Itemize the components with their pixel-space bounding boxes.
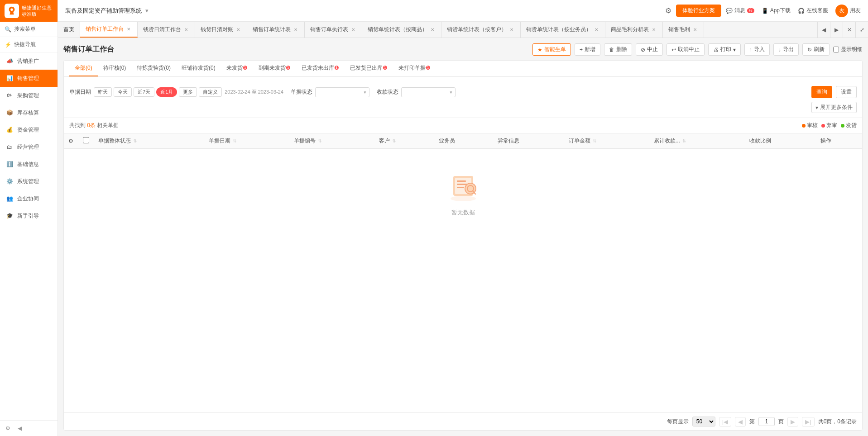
review-action-button[interactable]: 审核 xyxy=(802,122,818,129)
sidebar-quicknav-item[interactable]: ⚡ 快捷导航 xyxy=(0,37,58,52)
tab-sales-summary-staff[interactable]: 销货单统计表（按业务员） ✕ xyxy=(521,22,605,38)
tab-close-icon[interactable]: ✕ xyxy=(350,27,356,33)
tab-cash-daily[interactable]: 钱货日清工作台 ✕ xyxy=(138,22,195,38)
tab-close-icon[interactable]: ✕ xyxy=(183,27,189,33)
tab-close-icon[interactable]: ✕ xyxy=(692,27,698,33)
industry-solution-button[interactable]: 体验行业方案 xyxy=(676,5,721,17)
sort-icon[interactable]: ⇅ xyxy=(233,138,236,143)
payment-filter-select[interactable] xyxy=(401,87,456,97)
table-scroll-area[interactable]: ⚙ 单据整体状态 ⇅ 单据日期 ⇅ xyxy=(64,133,862,412)
app-download-action[interactable]: 📱 App下载 xyxy=(762,7,791,14)
sidebar-item-enterprise[interactable]: 👥 企业协同 xyxy=(0,190,58,207)
sidebar-item-marketing[interactable]: 📣 营销推广 xyxy=(0,52,58,70)
date-yesterday-button[interactable]: 昨天 xyxy=(94,87,112,97)
tab-maximize-button[interactable]: ⤢ xyxy=(855,22,868,38)
page-number-input[interactable] xyxy=(758,417,775,426)
th-settings[interactable]: ⚙ xyxy=(64,133,78,149)
status-filter-select[interactable] xyxy=(315,87,369,97)
message-action[interactable]: 💬 消息 6 xyxy=(726,7,754,14)
cancel-icon: ↩ xyxy=(671,47,676,53)
sidebar-item-inventory[interactable]: 📦 库存核算 xyxy=(0,104,58,121)
filter-tab-wangpu[interactable]: 旺铺待发货(0) xyxy=(176,61,221,76)
first-page-button[interactable]: |◀ xyxy=(719,417,731,427)
prev-page-button[interactable]: ◀ xyxy=(735,417,746,427)
cancel-suspend-button[interactable]: ↩ 取消中止 xyxy=(667,43,705,56)
sort-icon[interactable]: ⇅ xyxy=(133,138,137,143)
chevron-down-icon[interactable]: ▾ xyxy=(145,7,149,14)
filter-tab-overdue[interactable]: 到期未发货❶ xyxy=(253,61,296,76)
date-1month-button[interactable]: 近1月 xyxy=(156,87,177,97)
date-custom-button[interactable]: 自定义 xyxy=(199,87,222,97)
sidebar-item-finance[interactable]: 💰 资金管理 xyxy=(0,121,58,138)
sort-icon[interactable]: ⇅ xyxy=(392,138,396,143)
tab-sales-exec[interactable]: 销售订单执行表 ✕ xyxy=(305,22,362,38)
sidebar-item-baseinfo[interactable]: ℹ️ 基础信息 xyxy=(0,156,58,173)
tab-cash-reconcile[interactable]: 钱货日清对账 ✕ xyxy=(195,22,247,38)
tab-close-icon[interactable]: ✕ xyxy=(429,27,436,33)
query-button[interactable]: 查询 xyxy=(811,86,832,98)
cancel-review-action-button[interactable]: 弃审 xyxy=(821,122,837,129)
show-detail-checkbox[interactable]: 显示明细 xyxy=(833,46,863,53)
tab-close-icon[interactable]: ✕ xyxy=(293,27,299,33)
select-all-checkbox[interactable] xyxy=(83,137,89,143)
smart-create-button[interactable]: ★ 智能生单 xyxy=(532,43,571,56)
tab-close-icon[interactable]: ✕ xyxy=(651,27,657,33)
sidebar-item-sales[interactable]: 📊 销售管理 xyxy=(0,70,58,87)
filter-settings-button[interactable]: 设置 xyxy=(836,86,857,98)
date-7days-button[interactable]: 近7天 xyxy=(134,87,154,97)
online-service-action[interactable]: 🎧 在线客服 xyxy=(798,7,828,14)
tab-close-icon[interactable]: ✕ xyxy=(593,27,599,33)
filter-tab-pending-inspect[interactable]: 待拣货验货(0) xyxy=(131,61,176,76)
sort-icon[interactable]: ⇅ xyxy=(682,138,686,143)
import-button[interactable]: ↑ 导入 xyxy=(744,43,770,56)
tab-close-icon[interactable]: ✕ xyxy=(125,26,132,33)
expand-filter-button[interactable]: ▾ 展开更多条件 xyxy=(811,102,857,113)
sidebar-item-operation[interactable]: 🗂 经营管理 xyxy=(0,138,58,156)
sidebar-item-purchase[interactable]: 🛍 采购管理 xyxy=(0,87,58,104)
gear-bottom-icon[interactable]: ⚙ xyxy=(5,425,10,431)
next-page-button[interactable]: ▶ xyxy=(787,417,798,427)
sort-icon[interactable]: ⇅ xyxy=(593,138,596,143)
date-today-button[interactable]: 今天 xyxy=(114,87,132,97)
date-more-button[interactable]: 更多 xyxy=(179,87,197,97)
tab-scroll-right-button[interactable]: ▶ xyxy=(830,22,843,38)
sidebar-search-item[interactable]: 🔍 搜索菜单 xyxy=(0,22,58,37)
payment-filter-item: 收款状态 xyxy=(377,87,456,97)
filter-tab-shipped-not-warehoused[interactable]: 已发货未出库❶ xyxy=(296,61,345,76)
new-button[interactable]: + 新增 xyxy=(575,43,600,56)
sidebar-item-system[interactable]: ⚙️ 系统管理 xyxy=(0,173,58,190)
tab-close-all-button[interactable]: ✕ xyxy=(843,22,855,38)
refresh-button[interactable]: ↻ 刷新 xyxy=(802,43,830,56)
last-page-button[interactable]: ▶| xyxy=(802,417,814,427)
column-settings-icon[interactable]: ⚙ xyxy=(68,138,73,144)
tab-sales-summary-customer[interactable]: 销货单统计表（按客户） ✕ xyxy=(441,22,521,38)
filter-tab-not-printed[interactable]: 未打印单据❶ xyxy=(393,61,436,76)
tab-sales-stat[interactable]: 销售订单统计表 ✕ xyxy=(247,22,305,38)
tab-close-icon[interactable]: ✕ xyxy=(235,27,241,33)
tab-close-icon[interactable]: ✕ xyxy=(508,27,515,33)
user-action[interactable]: 友 用友 xyxy=(835,5,861,17)
tab-gross-margin[interactable]: 商品毛利分析表 ✕ xyxy=(605,22,663,38)
sidebar-item-guide[interactable]: 🎓 新手引导 xyxy=(0,207,58,224)
tab-scroll-left-button[interactable]: ◀ xyxy=(817,22,830,38)
settings-topbar-icon[interactable]: ⚙ xyxy=(665,6,671,15)
tab-sales-profit[interactable]: 销售毛利 ✕ xyxy=(663,22,704,38)
filter-tab-all[interactable]: 全部(0) xyxy=(69,61,98,76)
suspend-button[interactable]: ⊘ 中止 xyxy=(636,43,663,56)
ship-action-button[interactable]: 发货 xyxy=(841,122,857,129)
tab-sales-order[interactable]: 销售订单工作台 ✕ xyxy=(80,22,138,38)
show-detail-input[interactable] xyxy=(833,47,839,52)
tab-sales-summary-product[interactable]: 销货单统计表（按商品） ✕ xyxy=(362,22,441,38)
per-page-select[interactable]: 20 50 100 xyxy=(692,417,715,427)
topbar-title: 装备及固定资产辅助管理系统 ▾ xyxy=(65,7,661,15)
tab-home[interactable]: 首页 xyxy=(58,22,80,38)
collapse-icon[interactable]: ◀ xyxy=(18,425,22,431)
filter-tab-not-shipped[interactable]: 未发货❶ xyxy=(221,61,253,76)
print-button[interactable]: 🖨 打印 ▾ xyxy=(708,43,741,56)
export-button[interactable]: ↓ 导出 xyxy=(773,43,799,56)
delete-button[interactable]: 🗑 删除 xyxy=(604,43,632,56)
filter-tab-pending-review[interactable]: 待审核(0) xyxy=(98,61,132,76)
sort-icon[interactable]: ⇅ xyxy=(318,138,321,143)
filter-tab-shipped-out[interactable]: 已发货已出库❶ xyxy=(345,61,393,76)
page-header: 销售订单工作台 ★ 智能生单 + 新增 🗑 删除 ⊘ 中止 xyxy=(63,43,863,56)
